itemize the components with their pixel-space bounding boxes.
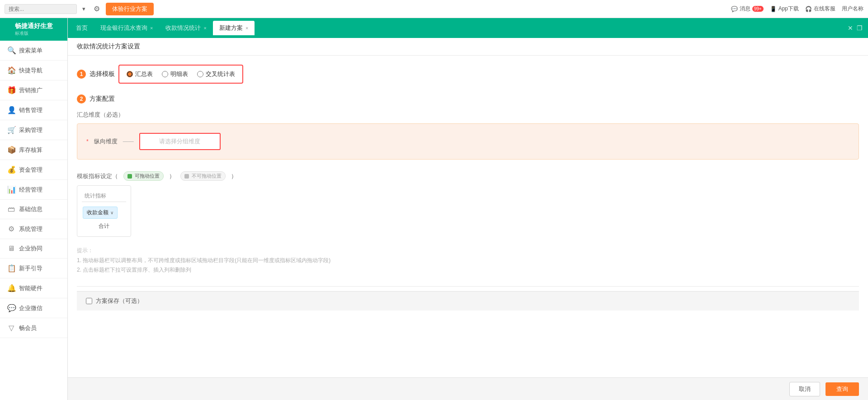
footer-save: 方案保存（可选） xyxy=(77,291,859,311)
section2-title: 方案配置 xyxy=(90,95,115,103)
home-icon: 🏠 xyxy=(7,66,15,75)
radio-detail[interactable]: 明细表 xyxy=(162,70,188,78)
message-label: 消息 xyxy=(740,5,750,13)
sidebar-item-search[interactable]: 🔍 搜索菜单 xyxy=(0,41,67,61)
tab-receipt-label: 收款情况统计 xyxy=(165,24,201,32)
message-badge: 99+ xyxy=(752,6,764,12)
sidebar-item-corp[interactable]: 🖥 企业协同 xyxy=(0,239,67,259)
main-layout: 畅捷通好生意 标准版 🔍 搜索菜单 🏠 快捷导航 🎁 营销推广 👤 销售管理 🛒… xyxy=(0,18,868,400)
sidebar-item-hardware[interactable]: 🔔 智能硬件 xyxy=(0,278,67,298)
radio-summary-label: 汇总表 xyxy=(135,70,153,78)
save-label[interactable]: 方案保存（可选） xyxy=(96,297,143,305)
radio-summary[interactable]: 汇总表 xyxy=(127,70,153,78)
sidebar-item-finance[interactable]: 💰 资金管理 xyxy=(0,160,67,180)
section1-number: 1 xyxy=(77,70,86,79)
tab-bar-actions: ✕ ❐ xyxy=(848,24,866,32)
template-selector: 汇总表 明细表 交叉统计表 xyxy=(118,65,243,84)
tab-restore-button[interactable]: ❐ xyxy=(857,24,863,32)
tab-cash[interactable]: 现金银行流水查询 × xyxy=(94,21,159,35)
version-label: 标准版 xyxy=(15,30,53,37)
sidebar-item-label: 企业协同 xyxy=(19,245,42,253)
sidebar-item-label: 营销推广 xyxy=(19,86,42,94)
radio-cross[interactable]: 交叉统计表 xyxy=(197,70,235,78)
tip1: 1. 拖动标题栏可以调整布局，不可跨维度或指标区域拖动栏目字段(只能在同一维度或… xyxy=(77,256,859,266)
section1-header: 1 选择模板 汇总表 明细表 xyxy=(77,65,859,84)
sidebar-item-member[interactable]: ▽ 畅会员 xyxy=(0,318,67,338)
top-bar: ▾ ⚙ 体验行业方案 💬 消息 99+ 📱 App下载 🎧 在线客服 用户名称 xyxy=(0,0,868,18)
tab-cash-close[interactable]: × xyxy=(150,25,153,31)
top-bar-right: 💬 消息 99+ 📱 App下载 🎧 在线客服 用户名称 xyxy=(731,5,863,13)
sidebar-item-label: 搜索菜单 xyxy=(19,47,42,55)
gear-icon[interactable]: ⚙ xyxy=(90,3,103,15)
dimension-arrow: —— xyxy=(123,138,134,145)
download-item[interactable]: 📱 App下载 xyxy=(770,5,799,13)
guide-icon: 📋 xyxy=(7,264,15,273)
wechat-icon: 💬 xyxy=(7,304,15,312)
sidebar-item-label: 企业微信 xyxy=(19,304,42,312)
section2-header: 2 方案配置 xyxy=(77,94,859,104)
stats-tag-dropdown-icon[interactable]: ∨ xyxy=(110,210,113,215)
finance-icon: 💰 xyxy=(7,165,15,174)
hardware-icon: 🔔 xyxy=(7,284,15,292)
tab-home-label: 首页 xyxy=(76,24,88,32)
dropdown-icon[interactable]: ▾ xyxy=(80,5,88,13)
radio-detail-label: 明细表 xyxy=(170,70,188,78)
industry-button[interactable]: 体验行业方案 xyxy=(106,3,154,15)
metrics-middle: ） xyxy=(169,172,175,180)
sidebar-item-basic[interactable]: 🗃 基础信息 xyxy=(0,200,67,219)
tips-area: 提示： 1. 拖动标题栏可以调整布局，不可跨维度或指标区域拖动栏目字段(只能在同… xyxy=(77,246,859,275)
cancel-button[interactable]: 取消 xyxy=(789,382,820,396)
sidebar-logo: 畅捷通好生意 标准版 xyxy=(0,18,67,41)
sidebar: 畅捷通好生意 标准版 🔍 搜索菜单 🏠 快捷导航 🎁 营销推广 👤 销售管理 🛒… xyxy=(0,18,68,400)
radio-summary-input[interactable] xyxy=(127,71,133,77)
metrics-label: 模板指标设定（ xyxy=(77,172,118,180)
marketing-icon: 🎁 xyxy=(7,86,15,94)
sidebar-item-marketing[interactable]: 🎁 营销推广 xyxy=(0,80,67,100)
sidebar-item-system[interactable]: ⚙ 系统管理 xyxy=(0,219,67,239)
tab-receipt-close[interactable]: × xyxy=(203,25,206,31)
operations-icon: 📊 xyxy=(7,185,15,194)
sidebar-item-nav[interactable]: 🏠 快捷导航 xyxy=(0,61,67,80)
sales-icon: 👤 xyxy=(7,106,15,114)
message-item[interactable]: 💬 消息 99+ xyxy=(731,5,764,13)
query-button[interactable]: 查询 xyxy=(826,382,859,396)
sidebar-item-wechat[interactable]: 💬 企业微信 xyxy=(0,298,67,318)
sidebar-item-purchase[interactable]: 🛒 采购管理 xyxy=(0,120,67,140)
radio-detail-input[interactable] xyxy=(162,71,168,77)
tab-close-all-button[interactable]: ✕ xyxy=(848,24,853,32)
radio-cross-input[interactable] xyxy=(197,71,203,77)
sidebar-item-label: 资金管理 xyxy=(19,166,42,174)
sidebar-item-label: 销售管理 xyxy=(19,106,42,114)
tab-new-plan[interactable]: 新建方案 × xyxy=(213,21,255,35)
draggable-label: 可拖动位置 xyxy=(135,173,160,179)
dimension-area: * 纵向维度 —— 请选择分组维度 xyxy=(77,123,859,160)
divider xyxy=(77,286,859,287)
dimension-select[interactable]: 请选择分组维度 xyxy=(139,133,221,150)
tab-new-plan-close[interactable]: × xyxy=(245,25,248,31)
message-icon: 💬 xyxy=(731,6,738,12)
sidebar-item-label: 经营管理 xyxy=(19,186,42,194)
sidebar-item-label: 智能硬件 xyxy=(19,284,42,292)
sidebar-item-label: 畅会员 xyxy=(19,324,37,332)
stats-tag-amount[interactable]: 收款金额 ∨ xyxy=(83,207,118,219)
member-icon: ▽ xyxy=(7,324,15,332)
vertical-dimension-label: 纵向维度 xyxy=(94,137,118,146)
user-name[interactable]: 用户名称 xyxy=(842,5,863,13)
sidebar-item-inventory[interactable]: 📦 库存核算 xyxy=(0,140,67,160)
purchase-icon: 🛒 xyxy=(7,126,15,134)
logo-text: 畅捷通好生意 xyxy=(15,22,53,30)
top-bar-left: ▾ ⚙ 体验行业方案 xyxy=(5,3,727,15)
system-icon: ⚙ xyxy=(7,225,15,233)
sidebar-item-operations[interactable]: 📊 经营管理 xyxy=(0,180,67,200)
sidebar-item-label: 快捷导航 xyxy=(19,66,42,75)
tab-receipt[interactable]: 收款情况统计 × xyxy=(159,21,212,35)
stats-label: 统计指标 xyxy=(82,190,126,202)
sidebar-item-label: 基础信息 xyxy=(19,205,42,213)
sidebar-item-sales[interactable]: 👤 销售管理 xyxy=(0,100,67,120)
sidebar-item-guide[interactable]: 📋 新手引导 xyxy=(0,259,67,278)
save-checkbox[interactable] xyxy=(86,298,92,304)
search-input[interactable] xyxy=(5,4,77,14)
non-draggable-label: 不可拖动位置 xyxy=(192,173,222,179)
tab-home[interactable]: 首页 xyxy=(70,21,94,35)
service-item[interactable]: 🎧 在线客服 xyxy=(805,5,835,13)
